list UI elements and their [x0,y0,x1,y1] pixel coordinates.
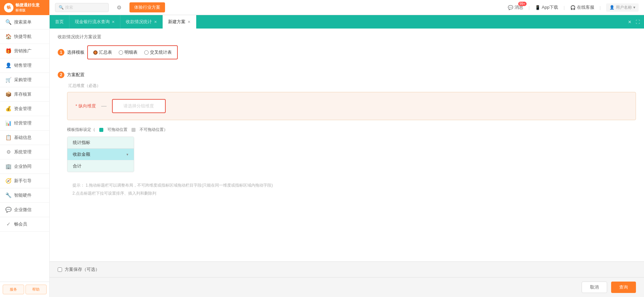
metrics-title-text: 模板指标设定（ [67,127,95,133]
tab-bank-flow-label: 现金银行流水查询 [75,19,110,25]
sidebar-item-label: 资金管理 [14,106,32,112]
radio-detail-input[interactable] [119,50,123,55]
radio-summary[interactable]: 汇总表 [93,49,112,55]
wechat-icon: 💬 [5,207,11,213]
hardware-icon: 🔧 [5,192,11,198]
sidebar-item-member[interactable]: ✓ 畅会员 [0,217,49,232]
marketing-icon: 🎁 [5,48,11,54]
metrics-item-collection[interactable]: 收款金额 ▾ [67,149,134,160]
trial-button[interactable]: 体验行业方案 [129,2,165,12]
section2-label: 方案配置 [67,72,85,78]
help-button[interactable]: 帮助 [25,285,47,294]
tab-collection-stat[interactable]: 收款情况统计 ✕ [120,15,163,29]
basic-info-icon: 📋 [5,135,11,141]
edition-label: 标准版 [15,8,40,13]
message-icon: 💬 [508,5,513,10]
chevron-down-icon: ▾ [633,5,635,10]
sidebar-item-label: 系统管理 [14,149,32,155]
sidebar-item-operation[interactable]: 📊 经营管理 [0,116,49,131]
brand-name: 畅捷通好生意 [15,2,40,8]
sidebar-item-label: 营销推广 [14,48,32,54]
dimension-dropzone[interactable]: 请选择分组维度 [112,99,166,113]
logo-text: 畅捷通好生意 标准版 [15,2,40,13]
metrics-item-label: 收款金额 [73,151,90,157]
sidebar-item-basic-info[interactable]: 📋 基础信息 [0,131,49,145]
query-button[interactable]: 查询 [611,282,636,293]
notification-button[interactable]: 💬 消息 99+ [508,4,523,10]
sidebar-item-label: 快捷导航 [14,34,32,40]
metrics-table-header: 统计指标 [67,137,134,149]
dimension-title: 汇总维度（必选） [67,83,636,89]
topbar: 🔍 搜索 ⚙ 体验行业方案 💬 消息 99+ | 📱 App下载 | 🎧 在线客… [50,0,644,15]
sidebar-item-hardware[interactable]: 🔧 智能硬件 [0,188,49,203]
template-options: 汇总表 明细表 交叉统计表 [87,45,178,59]
section1: 1 选择模板 汇总表 明细表 交叉统计表 [58,45,636,59]
search-box[interactable]: 🔍 搜索 [55,3,109,12]
sidebar-bottom: 服务 帮助 [0,282,49,297]
tip-2: 2.点击标题栏下拉可设置排序、插入列和删除列 [67,189,636,197]
save-checkbox[interactable] [58,267,62,272]
search-placeholder: 搜索 [65,5,73,10]
sidebar-item-label: 搜索菜单 [14,19,32,25]
not-draggable-label: 不可拖动位置） [140,127,168,133]
sidebar-item-label: 企业协同 [14,163,32,169]
metrics-header: 模板指标设定（ 可拖动位置 不可拖动位置） [67,127,636,133]
user-menu[interactable]: 👤 用户名称 ▾ [606,3,639,12]
sidebar-item-search-menu[interactable]: 🔍 搜索菜单 [0,15,49,30]
app-download-button[interactable]: 📱 App下载 [535,4,558,10]
save-label[interactable]: 方案保存（可选） [65,266,100,273]
metrics-table: 统计指标 收款金额 ▾ 合计 [67,137,134,172]
service-button[interactable]: 服务 [3,285,24,294]
sidebar-item-sales[interactable]: 👤 销售管理 [0,58,49,73]
radio-crosstab[interactable]: 交叉统计表 [144,49,172,55]
sidebar-logo: 畅 畅捷通好生意 标准版 [0,0,49,15]
sales-icon: 👤 [5,62,11,68]
tab-collection-stat-close[interactable]: ✕ [154,20,157,24]
draggable-badge [99,128,103,132]
radio-summary-input[interactable] [93,50,98,55]
member-icon: ✓ [5,221,11,227]
cancel-button[interactable]: 取消 [582,282,607,293]
vertical-dimension-label: 纵向维度 [75,103,96,109]
sidebar-item-label: 库存核算 [14,91,32,97]
sidebar-item-label: 销售管理 [14,62,32,68]
tab-home[interactable]: 首页 [50,15,69,29]
radio-crosstab-input[interactable] [144,50,149,55]
sidebar-item-quick-nav[interactable]: 🏠 快捷导航 [0,30,49,44]
tab-actions: ✕ ⛶ [624,15,644,29]
tips-section: 提示： 1.拖动标题栏可以调整布局，不可跨维度或指标区域拖动栏目字段(只能在同一… [67,181,636,197]
radio-detail[interactable]: 明细表 [119,49,138,55]
sidebar-item-label: 畅会员 [14,221,27,227]
sidebar-item-enterprise[interactable]: 🏢 企业协同 [0,159,49,174]
window-close-icon[interactable]: ✕ [628,19,632,24]
metrics-section: 模板指标设定（ 可拖动位置 不可拖动位置） 统计指标 收款金额 ▾ [67,127,636,173]
finance-icon: 💰 [5,106,11,112]
sidebar-item-label: 经营管理 [14,120,32,126]
metrics-dropdown-icon[interactable]: ▾ [126,152,128,157]
sidebar-item-marketing[interactable]: 🎁 营销推广 [0,44,49,58]
online-service-button[interactable]: 🎧 在线客服 [570,4,594,10]
tab-new-plan-close[interactable]: ✕ [187,20,191,24]
settings-gear[interactable]: ⚙ [114,2,124,12]
section2-header: 2 方案配置 [58,71,636,78]
divider3: | [600,5,601,10]
sidebar-item-purchase[interactable]: 🛒 采购管理 [0,73,49,87]
sidebar-item-system[interactable]: ⚙ 系统管理 [0,145,49,159]
sidebar-item-wechat[interactable]: 💬 企业微信 [0,203,49,217]
system-icon: ⚙ [5,149,11,155]
sidebar-nav: 🔍 搜索菜单 🏠 快捷导航 🎁 营销推广 👤 销售管理 🛒 采购管理 📦 库存核… [0,15,49,282]
sidebar-item-finance[interactable]: 💰 资金管理 [0,102,49,116]
tab-bank-flow[interactable]: 现金银行流水查询 ✕ [69,15,120,29]
content-area: 收款情况统计方案设置 1 选择模板 汇总表 明细表 交叉统计 [50,29,644,297]
footer: 取消 查询 [50,277,644,297]
sidebar-item-inventory[interactable]: 📦 库存核算 [0,87,49,102]
window-expand-icon[interactable]: ⛶ [636,19,640,24]
purchase-icon: 🛒 [5,77,11,83]
tab-new-plan[interactable]: 新建方案 ✕ [163,15,196,29]
sidebar-item-label: 基础信息 [14,135,32,141]
sidebar-item-label: 新手引导 [14,178,32,184]
sidebar-item-guide[interactable]: 🧭 新手引导 [0,174,49,188]
sidebar-item-label: 企业微信 [14,207,32,213]
tab-bank-flow-close[interactable]: ✕ [112,20,115,24]
draggable-label: 可拖动位置 [107,127,127,133]
